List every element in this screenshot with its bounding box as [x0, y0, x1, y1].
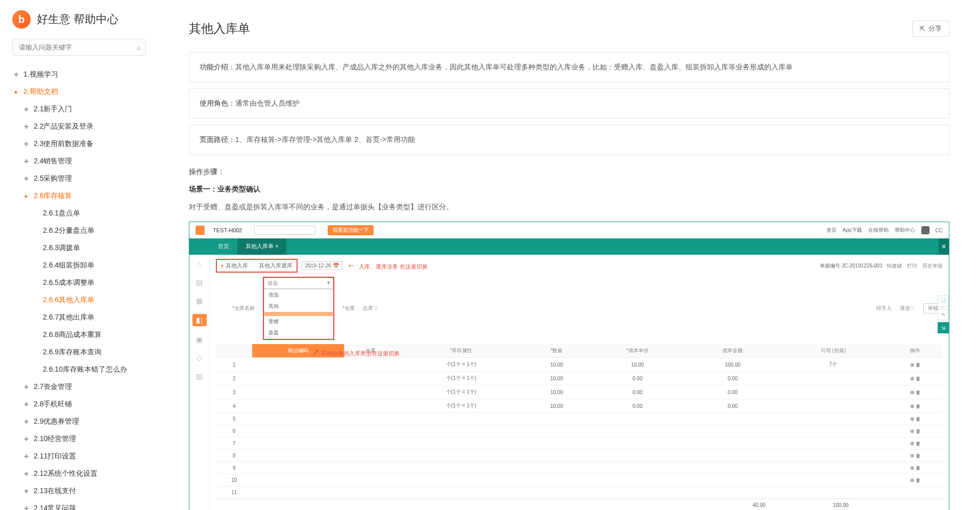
ss-topbar: TEST-H002 我要新功能一下 首页 App下载 在线帮助 帮助中心 CC [189, 222, 949, 238]
nav-label: 2.6.2分量盘点单 [43, 226, 94, 235]
search-container: ⌕ [12, 39, 146, 56]
nav-item-2-6-7[interactable]: 2.6.7其他出库单 [12, 309, 146, 326]
ss-row: 7⊕ 🗑 [216, 438, 943, 450]
plus-icon: ✚ [22, 123, 30, 130]
ss-tabs: 首页 其他入库单 × ✕ [189, 238, 949, 255]
minus-icon: ● [22, 192, 30, 200]
nav-label: 2.11打印设置 [34, 452, 76, 461]
nav-item-2-1[interactable]: ✚2.1新手入门 [12, 101, 146, 118]
nav-item-2-6-4[interactable]: 2.6.4组装拆卸单 [12, 257, 146, 274]
nav-item-2-6-2[interactable]: 2.6.2分量盘点单 [12, 222, 146, 239]
nav-label: 2.帮助文档 [23, 87, 58, 96]
ss-warehouse-label: *仓库名称 [232, 305, 255, 312]
nav-item-2-13[interactable]: ✚2.13在线支付 [12, 482, 146, 500]
nav-label: 1.视频学习 [23, 70, 58, 79]
nav-label: 2.14常见问题 [34, 504, 76, 510]
nav-item-docs[interactable]: ●2.帮助文档 [12, 83, 146, 101]
nav-item-video[interactable]: ✚1.视频学习 [12, 66, 146, 83]
ss-side-settings-icon: ▥ [194, 371, 205, 381]
nav-label: 2.6.6其他入库单 [43, 296, 94, 305]
nav-item-2-6[interactable]: ●2.6库存核算 [12, 187, 146, 205]
search-input[interactable] [12, 39, 146, 56]
ss-row: 11 [216, 487, 943, 499]
content-section: 操作步骤： 场景一：业务类型确认 对于受赠、盘盈或是拆装入库等不同的业务，是通过… [189, 167, 949, 510]
share-label: 分享 [928, 24, 942, 33]
ss-handler-value: 请选▽ [900, 305, 915, 312]
nav-item-2-6-3[interactable]: 2.6.3调拨单 [12, 239, 146, 257]
nav-item-2-12[interactable]: ✚2.12系统个性化设置 [12, 465, 146, 482]
share-button[interactable]: ⇱分享 [912, 20, 949, 37]
nav-item-2-9[interactable]: ✚2.9优惠券管理 [12, 413, 146, 430]
ss-row: 10⊕ 🗑 [216, 474, 943, 487]
ss-row: 6⊕ 🗑 [216, 425, 943, 438]
ss-doc-no-label: 单据编号 [820, 263, 840, 269]
ss-row: 9⊕ 🗑 [216, 462, 943, 474]
nav-item-2-3[interactable]: ✚2.3使用前数据准备 [12, 135, 146, 153]
ss-side-doc-icon: ▤ [194, 277, 205, 287]
ss-side-box-icon: ▣ [194, 334, 205, 345]
nav-item-2-2[interactable]: ✚2.2产品安装及登录 [12, 118, 146, 135]
ss-table: 商品编码 仓库 *库存属性 *数量 *成本单价 成本金额 可用 (包装) 操作 … [216, 344, 943, 499]
steps-label: 操作步骤： [189, 167, 949, 177]
ss-content: 其他入库 其他入库退库 2019-12-26 📅 ← 入库、退库业务 在这里切换… [210, 255, 949, 510]
nav-item-2-8[interactable]: ✚2.8手机旺铺 [12, 396, 146, 413]
ss-center-link: 帮助中心 [895, 227, 915, 234]
ss-annotation-2: ↗ 不同业务的入库类型在这里切换 [312, 347, 400, 358]
ss-row: 4个(1个 = 1个)10.000.000.00⊕ 🗑 [216, 399, 943, 413]
ss-tool-icon: 📄 [938, 296, 949, 307]
role-text: 通常由仓管人员维护 [235, 99, 300, 107]
ss-dd-item: 受赠 [264, 316, 333, 327]
nav-item-2-4[interactable]: ✚2.4销售管理 [12, 153, 146, 170]
ss-top-right: 首页 App下载 在线帮助 帮助中心 CC [826, 226, 943, 234]
nav-item-2-6-1[interactable]: 2.6.1盘点单 [12, 205, 146, 222]
nav-item-2-6-5[interactable]: 2.6.5成本调整单 [12, 274, 146, 292]
nav-label: 2.6.7其他出库单 [43, 313, 94, 322]
nav-item-2-6-10[interactable]: 2.6.10库存账本错了怎么办 [12, 361, 146, 378]
ss-side-chart-icon: ▦ [194, 296, 205, 306]
main-content: 其他入库单 ⇱分享 功能介绍：其他入库单用来处理除采购入库、产成品入库之外的其他… [158, 0, 980, 510]
ss-doc-no-value: JC-20191226-001 [842, 263, 883, 269]
ss-home-link: 首页 [826, 227, 837, 234]
path-box: 页面路径：1、库存核算->库存管理->其他入库单 2、首页->常用功能 [189, 125, 949, 155]
ss-app-link: App下载 [843, 227, 862, 234]
page-title: 其他入库单 [189, 20, 250, 37]
ss-dropdown: 请选 其他 受赠 盘盈 [264, 289, 333, 339]
nav-item-2-7[interactable]: ✚2.7资金管理 [12, 378, 146, 396]
nav-label: 2.6库存核算 [34, 191, 72, 201]
nav-item-2-5[interactable]: ✚2.5采购管理 [12, 170, 146, 187]
ss-row: 3个(1个 = 1个)10.000.000.00⊕ 🗑 [216, 385, 943, 399]
search-icon[interactable]: ⌕ [137, 43, 141, 52]
ss-doc-no: 单据编号 JC-20191226-001 [820, 262, 883, 270]
nav-item-2-11[interactable]: ✚2.11打印设置 [12, 448, 146, 465]
ss-link-print: 打印 [907, 262, 917, 270]
ss-tool-icon: ✎ [938, 309, 949, 320]
nav-label: 2.8手机旺铺 [34, 400, 72, 409]
ss-radio-in: 其他入库 [221, 262, 248, 270]
nav-label: 2.1新手入门 [34, 105, 72, 114]
nav-item-2-10[interactable]: ✚2.10经营管理 [12, 430, 146, 448]
ss-annotation-1: 入库、退库业务 在这里切换 [359, 263, 428, 271]
nav-label: 2.6.4组装拆卸单 [43, 261, 94, 270]
role-label: 使用角色： [200, 99, 235, 107]
nav-item-2-6-6[interactable]: 2.6.6其他入库单 [12, 292, 146, 309]
intro-text: 其他入库单用来处理除采购入库、产成品入库之外的其他入库业务，因此其他入库单可处理… [235, 63, 793, 71]
nav-item-2-6-8[interactable]: 2.6.8商品成本重算 [12, 326, 146, 344]
nav-label: 2.6.9库存账本查询 [43, 348, 102, 357]
ss-warehouse2-label: *仓库 [342, 305, 355, 312]
role-box: 使用角色：通常由仓管人员维护 [189, 88, 949, 118]
page-header: 其他入库单 ⇱分享 [189, 20, 949, 37]
ss-dd-item: 请选 [264, 289, 333, 301]
ss-total-amount: 100.00 [820, 502, 861, 508]
ss-body: ⌂ ▤ ▦ ◧ ▣ ◇ ▥ 其他入库 其他入库退库 [189, 255, 949, 510]
ss-link-express: 快捷键 [887, 262, 902, 270]
nav-label: 2.4销售管理 [34, 157, 72, 166]
ss-th-op: 操作 [888, 344, 943, 358]
nav-label: 2.9优惠券管理 [34, 417, 79, 426]
nav-item-2-6-9[interactable]: 2.6.9库存账本查询 [12, 344, 146, 361]
nav-item-2-14[interactable]: ✚2.14常见问题 [12, 500, 146, 510]
minus-icon: ● [12, 88, 19, 95]
nav-label: 2.2产品安装及登录 [34, 122, 93, 131]
plus-icon: ✚ [22, 106, 30, 113]
nav-label: 2.6.10库存账本错了怎么办 [43, 365, 127, 374]
ss-handler-label: 经手人 [876, 305, 892, 312]
